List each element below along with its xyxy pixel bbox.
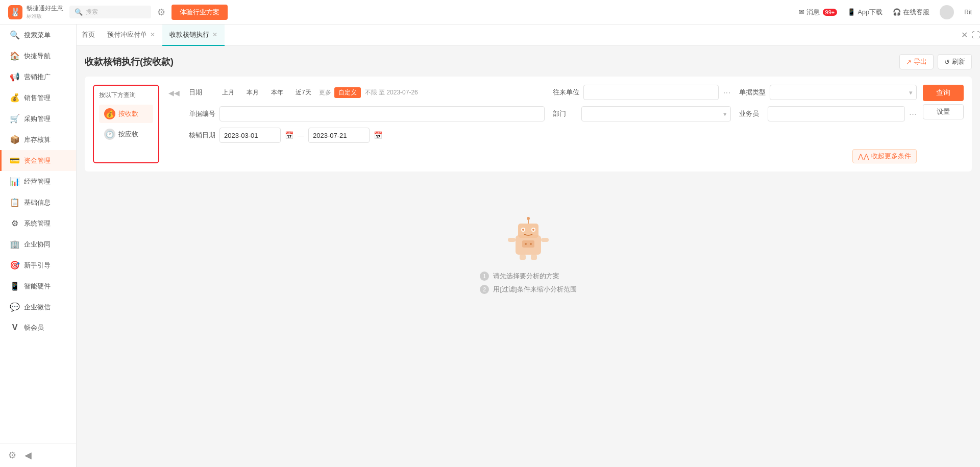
tab-prepay-close[interactable]: ✕ (150, 31, 155, 38)
date-btn-last-month[interactable]: 上月 (217, 86, 239, 99)
refresh-button[interactable]: ↺ 刷新 (938, 54, 972, 69)
receipt-icon: 💰 (104, 108, 115, 119)
basic-info-icon: 📋 (10, 198, 20, 207)
operations-icon: 📊 (10, 177, 20, 186)
verify-date-end-input[interactable] (308, 128, 370, 143)
tab-close-all-icon[interactable]: ✕ (961, 30, 968, 40)
sidebar-item-operations[interactable]: 📊 经营管理 (0, 171, 76, 192)
filter-action-col: 查询 设置 (923, 85, 964, 163)
top-search-box[interactable]: 🔍 搜索 (69, 6, 151, 18)
sidebar-item-enterprise[interactable]: 🏢 企业协同 (0, 234, 76, 255)
sidebar-item-purchase[interactable]: 🛒 采购管理 (0, 108, 76, 129)
tab-home[interactable]: 首页 (77, 24, 100, 46)
svg-rect-11 (531, 255, 537, 260)
tab-receipt-verify[interactable]: 收款核销执行 ✕ (162, 24, 225, 46)
query-by-receivable[interactable]: 🕐 按应收 (99, 125, 153, 143)
doc-type-label: 单据类型 (739, 88, 766, 97)
svg-rect-8 (508, 238, 516, 242)
svg-rect-10 (520, 255, 526, 260)
content-area: 首页 预付冲应付单 ✕ 收款核销执行 ✕ ✕ ⛶ 收款核销执行(按收款) (77, 24, 980, 467)
sidebar-collapse-icon[interactable]: ◀ (24, 450, 32, 461)
tab-receipt-close[interactable]: ✕ (212, 31, 217, 38)
salesperson-more-icon[interactable]: ··· (909, 109, 917, 119)
query-type-panel: 按以下方查询 💰 按收款 🕐 按应收 (93, 85, 159, 163)
avatar[interactable] (940, 5, 954, 19)
date-label: 日期 (189, 88, 213, 97)
empty-state: 1 请先选择要分析的方案 2 用[过滤]条件来缩小分析范围 (85, 171, 972, 335)
sidebar-item-inventory[interactable]: 📦 库存核算 (0, 129, 76, 150)
partner-more-icon[interactable]: ··· (723, 87, 730, 98)
hint-num-1: 1 (480, 272, 489, 281)
collapse-more-button[interactable]: ⋀⋀ 收起更多条件 (852, 149, 917, 163)
solution-button[interactable]: 体验行业方案 (172, 5, 228, 20)
salesperson-input[interactable] (768, 106, 905, 121)
svg-point-7 (532, 229, 534, 231)
tab-prepay[interactable]: 预付冲应付单 ✕ (100, 24, 162, 46)
collapse-panel-button[interactable]: ◀◀ (165, 89, 183, 163)
doc-no-input[interactable] (219, 106, 545, 121)
refresh-icon: ↺ (944, 58, 950, 66)
receivable-icon: 🕐 (104, 129, 115, 140)
app-download-button[interactable]: 📱 App下载 (847, 8, 883, 17)
query-type-title: 按以下方查询 (99, 91, 153, 100)
finance-icon: 💳 (10, 156, 20, 165)
marketing-icon: 📢 (10, 72, 20, 82)
query-by-receipt[interactable]: 💰 按收款 (99, 105, 153, 123)
sidebar-item-finance[interactable]: 💳 资金管理 (0, 150, 76, 171)
sidebar-item-quick-nav[interactable]: 🏠 快捷导航 (0, 45, 76, 66)
date-options: 上月 本月 本年 近7天 更多 自定义 (217, 86, 361, 99)
query-button[interactable]: 查询 (923, 85, 964, 101)
sidebar-item-basic-info[interactable]: 📋 基础信息 (0, 192, 76, 213)
member-icon: V (10, 323, 20, 332)
sidebar-settings-icon[interactable]: ⚙ (8, 450, 16, 461)
sidebar-item-marketing[interactable]: 📢 营销推广 (0, 66, 76, 87)
top-bar: 🐰 畅捷通好生意 标准版 🔍 搜索 ⚙ 体验行业方案 ✉ 消息 99+ 📱 Ap… (0, 0, 980, 24)
message-button[interactable]: ✉ 消息 99+ (799, 8, 838, 17)
svg-rect-9 (541, 238, 549, 242)
sidebar-bottom: ⚙ ◀ (0, 443, 76, 467)
end-calendar-icon[interactable]: 📅 (374, 131, 382, 139)
sidebar-item-member[interactable]: V 畅会员 (0, 317, 76, 338)
start-calendar-icon[interactable]: 📅 (285, 131, 293, 139)
doc-no-label: 单据编号 (189, 109, 215, 118)
date-btn-more[interactable]: 更多 (319, 88, 331, 97)
wechat-icon: 💬 (10, 302, 20, 312)
tab-bar-actions: ✕ ⛶ (961, 24, 980, 45)
guide-icon: 🎯 (10, 260, 20, 270)
sidebar-item-guide[interactable]: 🎯 新手引导 (0, 255, 76, 276)
svg-rect-1 (518, 224, 538, 238)
svg-point-3 (527, 217, 530, 220)
date-range-separator: — (298, 132, 304, 139)
sidebar-item-search-menu[interactable]: 🔍 搜索菜单 (0, 24, 76, 45)
svg-point-14 (530, 243, 532, 245)
doc-type-select[interactable] (770, 85, 917, 100)
page-title: 收款核销执行(按收款) (85, 56, 174, 68)
filter-settings-button[interactable]: 设置 (923, 104, 964, 119)
enterprise-icon: 🏢 (10, 239, 20, 249)
sidebar-item-wechat[interactable]: 💬 企业微信 (0, 297, 76, 317)
verify-date-start-input[interactable] (219, 128, 281, 143)
purchase-icon: 🛒 (10, 114, 20, 124)
message-badge: 99+ (823, 9, 838, 16)
filter-row-1: 日期 上月 本月 本年 近7天 更多 自定义 不限 至 2023-07-26 (189, 85, 917, 100)
export-button[interactable]: ↗ 导出 (899, 54, 934, 69)
tab-expand-icon[interactable]: ⛶ (972, 31, 980, 40)
sidebar-item-system[interactable]: ⚙ 系统管理 (0, 213, 76, 234)
online-service-button[interactable]: 🎧 在线客服 (893, 8, 929, 17)
dept-select[interactable] (581, 106, 731, 121)
doc-type-select-wrapper: ▾ (770, 85, 917, 100)
date-btn-custom[interactable]: 自定义 (334, 87, 361, 98)
message-icon: ✉ (799, 8, 804, 16)
sidebar-item-sales[interactable]: 💰 销售管理 (0, 87, 76, 108)
sidebar-item-hardware[interactable]: 📱 智能硬件 (0, 276, 76, 297)
filter-row-3: 核销日期 📅 — 📅 (189, 128, 917, 143)
date-btn-7days[interactable]: 近7天 (291, 86, 316, 99)
date-btn-this-year[interactable]: 本年 (266, 86, 288, 99)
filter-area: 按以下方查询 💰 按收款 🕐 按应收 ◀◀ (85, 77, 972, 171)
svg-point-6 (522, 229, 524, 231)
partner-input[interactable] (583, 85, 719, 100)
salesperson-label: 业务员 (739, 109, 764, 118)
settings-icon[interactable]: ⚙ (157, 7, 165, 18)
date-btn-this-month[interactable]: 本月 (242, 86, 263, 99)
verify-date-range: 📅 — 📅 (219, 128, 382, 143)
